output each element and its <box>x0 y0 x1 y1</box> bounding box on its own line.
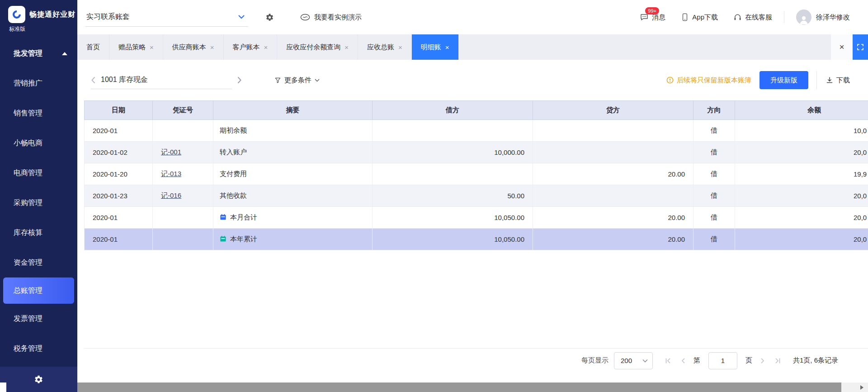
col-header-credit[interactable]: 贷方 <box>533 101 693 120</box>
logo-area: 畅捷通好业财 标准版 <box>0 0 77 35</box>
table-row-year-total-selected[interactable]: 2020-01 本年累计 10,050.00 20.00 借 20,0 <box>85 229 868 250</box>
cell-debit: 10,050.00 <box>373 207 533 229</box>
table-row[interactable]: 2020-01-20 记-013 支付费用 20.00 借 19,9 <box>85 163 868 185</box>
tab-label: 明细账 <box>421 43 441 52</box>
online-service-button[interactable]: 在线客服 <box>733 13 772 22</box>
sidebar-item-inventory[interactable]: 库存核算 <box>0 218 77 248</box>
sidebar-item-tax[interactable]: 税务管理 <box>0 334 77 363</box>
topbar: 实习联系账套 我要看实例演示 99+ <box>77 0 868 34</box>
sidebar-item-label: 电商管理 <box>14 168 42 178</box>
sidebar-item-invoice[interactable]: 发票管理 <box>0 304 77 334</box>
close-icon[interactable]: × <box>398 44 402 51</box>
tab-detail-ledger[interactable]: 明细账× <box>412 34 459 60</box>
scrollbar-thumb[interactable] <box>77 382 841 392</box>
table-row[interactable]: 2020-01-02 记-001 转入账户 10,000.00 借 20,0 <box>85 142 868 163</box>
cell-voucher <box>153 229 213 250</box>
demo-link-label: 我要看实例演示 <box>314 13 362 22</box>
tab-customer-ledger[interactable]: 客户账本× <box>224 34 278 60</box>
next-page-button[interactable] <box>760 357 766 364</box>
online-service-label: 在线客服 <box>745 13 772 22</box>
page-number-input[interactable] <box>708 352 737 369</box>
horizontal-scrollbar[interactable] <box>77 382 868 392</box>
cell-date: 2020-01-20 <box>85 163 153 185</box>
table-row[interactable]: 2020-01-23 记-016 其他收款 50.00 借 20,0 <box>85 185 868 207</box>
col-header-direction[interactable]: 方向 <box>693 101 735 120</box>
voucher-link[interactable]: 记-016 <box>161 191 181 199</box>
tab-home[interactable]: 首页 <box>77 34 109 60</box>
sidebar-item-funds[interactable]: 资金管理 <box>0 248 77 277</box>
close-icon[interactable]: × <box>210 44 214 51</box>
col-header-date[interactable]: 日期 <box>85 101 153 120</box>
brand-name: 畅捷通好业财 <box>29 10 75 19</box>
message-bubble-icon: 99+ <box>640 13 649 22</box>
next-account-arrow-icon[interactable] <box>237 76 242 84</box>
cell-summary: 转入账户 <box>213 142 373 163</box>
close-icon[interactable]: × <box>264 44 268 51</box>
brand-logo-icon <box>8 6 25 23</box>
cell-credit: 20.00 <box>533 163 693 185</box>
scroll-right-arrow-icon[interactable] <box>855 382 868 392</box>
sidebar-item-purchase[interactable]: 采购管理 <box>0 188 77 218</box>
upgrade-notice: 后续将只保留新版本账簿 <box>666 76 751 85</box>
download-button[interactable]: 下载 <box>816 71 850 89</box>
messages-button[interactable]: 99+ 消息 <box>640 13 665 22</box>
sidebar-item-label: 税务管理 <box>14 344 42 354</box>
cell-voucher <box>153 207 213 229</box>
avatar[interactable] <box>796 10 811 25</box>
account-set-select[interactable]: 实习联系账套 <box>85 8 248 27</box>
app-window: 畅捷通好业财 标准版 批发管理 营销推广 销售管理 小畅电商 电商管理 采购管理… <box>0 0 868 392</box>
cell-date: 2020-01 <box>85 120 153 142</box>
prev-page-button[interactable] <box>680 357 685 364</box>
table-row-month-total[interactable]: 2020-01 本月合计 10,050.00 20.00 借 20,0 <box>85 207 868 229</box>
sidebar-item-sales[interactable]: 销售管理 <box>0 98 77 128</box>
more-filters-button[interactable]: 更多条件 <box>274 76 320 85</box>
close-icon[interactable]: × <box>445 44 449 51</box>
ledger-table-wrap: 日期 凭证号 摘要 借方 贷方 方向 余额 2020-01 <box>84 100 868 250</box>
sidebar-item-general-ledger[interactable]: 总账管理 <box>3 277 74 304</box>
tab-ar-general-ledger[interactable]: 应收总账× <box>358 34 412 60</box>
col-header-debit[interactable]: 借方 <box>373 101 533 120</box>
table-row[interactable]: 2020-01 期初余额 借 10,0 <box>85 120 868 142</box>
headset-icon <box>733 13 742 22</box>
toolbar: 1001 库存现金 更多条件 后续将只保留新版本账簿 <box>77 60 868 100</box>
settings-gear-icon[interactable] <box>34 375 43 384</box>
upgrade-button[interactable]: 升级新版 <box>760 71 808 89</box>
voucher-link[interactable]: 记-013 <box>161 170 181 177</box>
user-action-label: 徐泽华修改 <box>816 13 850 22</box>
download-label: 下载 <box>836 76 850 85</box>
demo-bubble-icon <box>300 14 310 21</box>
phone-icon <box>681 13 689 21</box>
cell-direction: 借 <box>693 229 735 250</box>
prev-account-arrow-icon[interactable] <box>91 76 95 84</box>
tab-ar-ap-balance[interactable]: 应收应付余额查询× <box>277 34 358 60</box>
close-icon[interactable]: × <box>344 44 349 51</box>
per-page-select[interactable]: 200 <box>614 352 653 369</box>
cell-voucher: 记-016 <box>153 185 213 207</box>
cell-balance: 20,0 <box>735 142 868 163</box>
tab-gift-policy[interactable]: 赠品策略× <box>109 34 163 60</box>
cell-debit <box>373 120 533 142</box>
voucher-link[interactable]: 记-001 <box>161 148 181 156</box>
close-icon[interactable]: × <box>150 44 154 51</box>
tab-supplier-ledger[interactable]: 供应商账本× <box>163 34 224 60</box>
gear-icon[interactable] <box>265 13 274 22</box>
first-page-button[interactable] <box>665 357 672 364</box>
sidebar-item-xiaochang-ecommerce[interactable]: 小畅电商 <box>0 128 77 158</box>
close-all-tabs-button[interactable]: × <box>831 34 853 60</box>
sidebar-item-label: 小畅电商 <box>14 139 42 148</box>
account-name[interactable]: 1001 库存现金 <box>101 75 148 85</box>
sidebar-item-label: 营销推广 <box>14 79 42 88</box>
col-header-summary[interactable]: 摘要 <box>213 101 373 120</box>
col-header-balance[interactable]: 余额 <box>735 101 868 120</box>
sidebar-item-ecommerce[interactable]: 电商管理 <box>0 158 77 188</box>
cell-date: 2020-01 <box>85 229 153 250</box>
app-download-button[interactable]: App下载 <box>681 13 718 22</box>
demo-link[interactable]: 我要看实例演示 <box>300 13 362 22</box>
sidebar-section-pifaguanli[interactable]: 批发管理 <box>0 38 77 68</box>
last-page-button[interactable] <box>774 357 781 364</box>
col-header-voucher[interactable]: 凭证号 <box>153 101 213 120</box>
sidebar-item-label: 资金管理 <box>14 258 42 268</box>
sidebar-item-marketing[interactable]: 营销推广 <box>0 68 77 98</box>
fullscreen-button[interactable] <box>853 34 868 60</box>
user-action-button[interactable]: 徐泽华修改 <box>816 13 850 22</box>
